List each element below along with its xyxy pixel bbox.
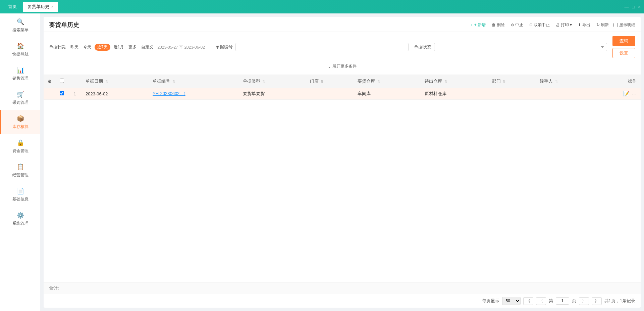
sidebar-item-search-menu[interactable]: 🔍 搜索菜单	[0, 13, 40, 38]
shortcut-custom[interactable]: 自定义	[140, 44, 155, 51]
row-checkbox[interactable]	[60, 91, 64, 95]
refresh-label: 刷新	[601, 22, 609, 28]
maximize-btn[interactable]: □	[632, 4, 635, 9]
col-handler[interactable]: 经手人 ⇅	[536, 75, 593, 88]
col-doc-type[interactable]: 单据类型 ⇅	[239, 75, 306, 88]
tab-requisition-label: 要货单历史	[28, 4, 49, 10]
inventory-icon: 📦	[17, 115, 24, 122]
status-select[interactable]	[434, 43, 607, 51]
sidebar-item-sales-label: 销售管理	[12, 76, 29, 81]
window-controls: — □ ×	[625, 4, 641, 9]
col-req-warehouse[interactable]: 要货仓库 ⇅	[354, 75, 421, 88]
doc-no-input[interactable]	[235, 43, 409, 51]
col-department[interactable]: 部门 ⇅	[488, 75, 536, 88]
tab-close-icon[interactable]: ×	[51, 5, 53, 9]
table-header-row: ⚙ 单据日期 ⇅ 单据编号 ⇅	[44, 75, 641, 88]
cancel-stop-button[interactable]: ⊙ 取消中止	[528, 21, 551, 29]
top-bar: 首页 要货单历史 × — □ ×	[0, 0, 644, 13]
sort-doc-no-icon: ⇅	[172, 80, 175, 83]
sidebar-item-purchase-label: 采购管理	[12, 100, 29, 105]
delete-label: 删除	[497, 22, 505, 28]
total-info: 共1页，1条记录	[604, 298, 635, 304]
status-label: 单据状态	[414, 44, 431, 50]
shortcut-yesterday[interactable]: 昨天	[69, 44, 80, 51]
shortcut-today[interactable]: 今天	[82, 44, 93, 51]
window-close-btn[interactable]: ×	[638, 4, 641, 9]
sidebar-item-sales[interactable]: 📊 销售管理	[0, 62, 40, 86]
settings-button[interactable]: 设置	[612, 48, 635, 58]
shortcut-more[interactable]: 更多	[127, 44, 138, 51]
filter-section: 单据日期 昨天 今天 近7天 近1月 更多 自定义 2023-05-27 至 2…	[44, 32, 641, 75]
page-container: 要货单历史 ＋ + 新增 🗑 删除 ⊘ 中止 ⊙	[44, 17, 641, 308]
quick-nav-icon: 🏠	[17, 42, 24, 50]
date-shortcuts: 昨天 今天 近7天 近1月 更多 自定义	[69, 44, 155, 51]
row-checkbox-cell[interactable]	[56, 88, 68, 100]
new-icon: ＋	[469, 22, 473, 28]
query-button[interactable]: 查询	[612, 36, 635, 46]
col-date[interactable]: 单据日期 ⇅	[82, 75, 149, 88]
new-button[interactable]: ＋ + 新增	[468, 21, 487, 29]
doc-no-link[interactable]: YH-20230602-（	[153, 91, 185, 96]
sidebar-item-search-menu-label: 搜索菜单	[12, 27, 29, 33]
col-doc-no[interactable]: 单据编号 ⇅	[149, 75, 238, 88]
expand-filter-btn[interactable]: ⌄ 展开更多条件	[324, 62, 361, 71]
print-dropdown-icon[interactable]: ▾	[570, 23, 572, 27]
operations-icon: 📋	[17, 163, 24, 171]
row-more-icon[interactable]: ⋯	[632, 91, 637, 97]
sidebar-item-finance-label: 资金管理	[12, 148, 29, 154]
display-detail-button[interactable]: 显示明细	[613, 22, 635, 28]
sidebar-item-purchase[interactable]: 🛒 采购管理	[0, 86, 40, 110]
col-actions: 操作	[593, 75, 641, 88]
display-detail-checkbox[interactable]	[613, 23, 618, 27]
stop-button[interactable]: ⊘ 中止	[509, 21, 525, 29]
col-checkbox[interactable]	[56, 75, 68, 88]
sidebar-item-quick-nav[interactable]: 🏠 快捷导航	[0, 38, 40, 62]
sidebar-item-finance[interactable]: 🔒 资金管理	[0, 134, 40, 159]
page-unit: 页	[572, 298, 576, 304]
last-page-btn[interactable]: 》	[592, 297, 602, 305]
next-page-btn[interactable]: 〉	[579, 297, 589, 305]
col-index	[68, 75, 82, 88]
col-settings[interactable]: ⚙	[44, 75, 56, 88]
shortcut-1month[interactable]: 近1月	[112, 44, 125, 51]
sort-date-icon: ⇅	[105, 80, 108, 83]
sort-doc-type-icon: ⇅	[262, 80, 265, 83]
select-all-checkbox[interactable]	[60, 79, 64, 83]
sidebar-item-operations[interactable]: 📋 经营管理	[0, 159, 40, 183]
per-page-select[interactable]: 50 10 20 100	[502, 297, 521, 305]
page-label: 第	[549, 298, 553, 304]
col-pending-warehouse[interactable]: 待出仓库 ⇅	[421, 75, 488, 88]
sidebar-item-basic-info[interactable]: 📄 基础信息	[0, 183, 40, 207]
cancel-stop-label: 取消中止	[534, 22, 550, 28]
new-label: + 新增	[474, 22, 486, 28]
export-button[interactable]: ⬆ 导出	[577, 21, 592, 29]
delete-button[interactable]: 🗑 删除	[490, 21, 506, 29]
system-icon: ⚙️	[17, 212, 24, 219]
col-store[interactable]: 门店 ⇅	[306, 75, 354, 88]
row-store	[306, 88, 354, 100]
doc-no-filter-group: 单据编号	[215, 43, 409, 51]
tab-home[interactable]: 首页	[3, 2, 21, 12]
table-row: 1 2023-06-02 YH-20230602-（ 要货单要货 车间库 原材料…	[44, 88, 641, 100]
first-page-btn[interactable]: 《	[523, 297, 533, 305]
sort-store-icon: ⇅	[321, 80, 323, 83]
print-button[interactable]: 🖨 打印 ▾	[554, 21, 573, 29]
sidebar-item-inventory[interactable]: 📦 库存核算	[0, 110, 40, 134]
page-input[interactable]	[556, 297, 569, 305]
tab-requisition-history[interactable]: 要货单历史 ×	[23, 2, 58, 12]
main-content: 要货单历史 ＋ + 新增 🗑 删除 ⊘ 中止 ⊙	[40, 13, 644, 311]
cancel-stop-icon: ⊙	[529, 23, 533, 27]
prev-page-btn[interactable]: 〈	[536, 297, 546, 305]
sales-icon: 📊	[17, 66, 24, 74]
shortcut-7days[interactable]: 近7天	[95, 44, 110, 51]
data-table: ⚙ 单据日期 ⇅ 单据编号 ⇅	[44, 75, 641, 100]
minimize-btn[interactable]: —	[625, 4, 629, 9]
refresh-button[interactable]: ↻ 刷新	[595, 21, 610, 29]
row-edit-icon[interactable]: 📝	[623, 91, 630, 97]
sidebar-item-system[interactable]: ⚙️ 系统管理	[0, 207, 40, 231]
row-doc-no[interactable]: YH-20230602-（	[149, 88, 238, 100]
print-label: 打印	[561, 22, 569, 28]
table-head: ⚙ 单据日期 ⇅ 单据编号 ⇅	[44, 75, 641, 88]
row-department	[488, 88, 536, 100]
delete-icon: 🗑	[492, 23, 496, 27]
